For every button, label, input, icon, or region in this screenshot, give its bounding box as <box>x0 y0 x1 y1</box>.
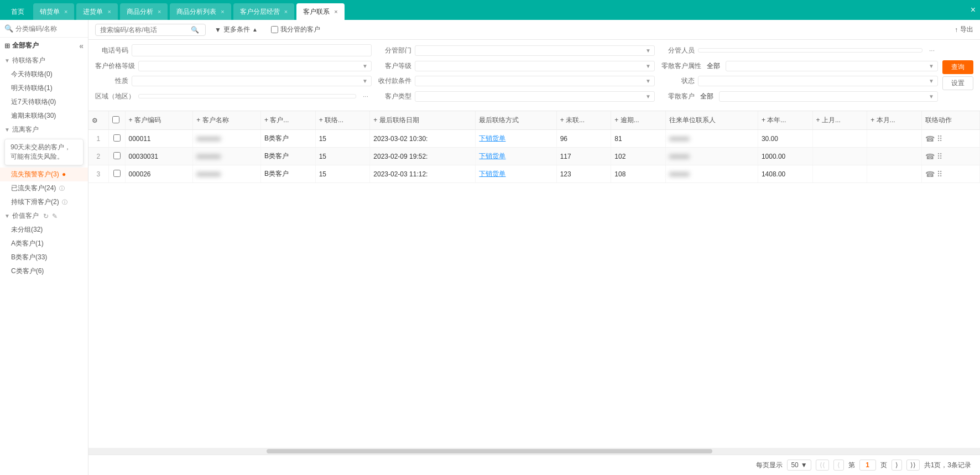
tab-goods-list-close[interactable]: × <box>221 8 224 15</box>
payment-select[interactable]: ▼ <box>415 76 655 86</box>
horizontal-scrollbar[interactable] <box>88 448 980 455</box>
next-page-btn[interactable]: ⟩ <box>892 460 902 471</box>
row-more-icon[interactable]: ⠿ <box>937 170 942 179</box>
price-tier-select[interactable]: ▼ <box>138 61 372 71</box>
tab-customer-tier-close[interactable]: × <box>284 8 288 15</box>
row-checkbox[interactable] <box>113 170 121 177</box>
more-conditions-btn[interactable]: ▼ 更多条件 ▲ <box>210 23 262 36</box>
tab-customer-contact-close[interactable]: × <box>334 8 337 15</box>
first-page-btn[interactable]: ⟨⟨ <box>816 460 829 471</box>
my-customers-toggle[interactable]: 我分管的客户 <box>267 23 325 36</box>
value-edit-icon[interactable]: ✎ <box>52 212 58 220</box>
sidebar-root[interactable]: ⊞ 全部客户 « <box>0 38 88 54</box>
sidebar-item-class-c[interactable]: C类客户(6) <box>0 264 88 278</box>
prev-page-btn[interactable]: ⟨ <box>833 460 844 471</box>
row-more-icon[interactable]: ⠿ <box>937 152 942 161</box>
row-checkbox-cell[interactable] <box>108 148 125 165</box>
last-page-btn[interactable]: ⟩⟩ <box>906 460 920 471</box>
value-refresh-icon[interactable]: ↻ <box>43 212 49 220</box>
settings-icon[interactable]: ⚙ <box>92 117 98 124</box>
tab-customer-contact[interactable]: 客户联系 × <box>296 3 344 20</box>
scrollbar-thumb[interactable] <box>267 449 712 453</box>
manager-more-btn[interactable]: ··· <box>926 45 938 56</box>
row-last-contact-method[interactable]: 下销货单 <box>476 148 556 165</box>
dept-select[interactable]: ▼ <box>415 45 655 56</box>
row-last-contact-method[interactable]: 下销货单 <box>476 165 556 183</box>
col-this-year[interactable]: + 本年... <box>758 111 812 130</box>
col-customer-type[interactable]: + 客户... <box>260 111 315 130</box>
row-contact-icon[interactable]: ☎ <box>925 134 935 143</box>
sidebar-item-tomorrow-pending[interactable]: 明天待联络(1) <box>0 81 88 95</box>
tab-sales[interactable]: 销货单 × <box>33 3 74 20</box>
region-select[interactable] <box>138 94 356 98</box>
sidebar-item-declining[interactable]: 持续下滑客户(2) ⓘ <box>0 195 88 209</box>
sidebar-item-churn-warning[interactable]: 流失预警客户(3) ● <box>0 168 88 181</box>
col-settings[interactable]: ⚙ <box>88 111 108 130</box>
my-customers-checkbox[interactable] <box>271 26 278 33</box>
status-select[interactable]: ▼ <box>698 76 938 86</box>
row-checkbox-cell[interactable] <box>108 165 125 183</box>
tab-goods-analysis-close[interactable]: × <box>158 8 161 15</box>
tab-customer-tier[interactable]: 客户分层经营 × <box>233 3 294 20</box>
customer-type-select[interactable]: ▼ <box>415 91 655 102</box>
row-checkbox[interactable] <box>113 134 121 142</box>
manager-select[interactable] <box>698 48 922 53</box>
sidebar-section-churn[interactable]: ▼ 流离客户 <box>0 123 88 137</box>
sidebar-item-class-b[interactable]: B类客户(33) <box>0 250 88 264</box>
settings-btn[interactable]: 设置 <box>942 76 973 90</box>
sidebar-item-class-a[interactable]: A类客户(1) <box>0 237 88 250</box>
tab-sales-close[interactable]: × <box>64 8 67 15</box>
col-contact[interactable]: + 联络... <box>315 111 370 130</box>
tab-purchase-close[interactable]: × <box>107 8 111 15</box>
retail-attr-select[interactable]: ▼ <box>726 61 938 71</box>
col-uncontacted[interactable]: + 未联... <box>556 111 611 130</box>
tab-goods-analysis[interactable]: 商品分析 × <box>120 3 168 20</box>
row-last-contact-method[interactable]: 下销货单 <box>476 130 556 148</box>
phone-input[interactable] <box>132 44 372 56</box>
sidebar-section-pending[interactable]: ▼ 待联络客户 <box>0 54 88 67</box>
col-overdue[interactable]: + 逾期... <box>611 111 666 130</box>
search-box[interactable]: 🔍 <box>95 24 206 36</box>
row-contact-icon[interactable]: ☎ <box>925 170 935 179</box>
nature-select[interactable]: ▼ <box>132 76 372 86</box>
sidebar-item-overdue-pending[interactable]: 逾期未联络(30) <box>0 109 88 123</box>
contact-method-link[interactable]: 下销货单 <box>479 134 505 142</box>
tab-customer-contact-label: 客户联系 <box>303 7 330 17</box>
sidebar-section-value[interactable]: ▼ 价值客户 ↻ ✎ <box>0 209 88 223</box>
sidebar-search-box[interactable]: 🔍 <box>0 20 88 38</box>
export-btn[interactable]: ↑ 导出 <box>955 25 973 34</box>
col-checkbox-header[interactable] <box>108 111 125 130</box>
query-btn[interactable]: 查询 <box>942 60 973 74</box>
col-customer-code[interactable]: + 客户编码 <box>125 111 193 130</box>
col-last-contact-method[interactable]: 最后联络方式 <box>476 111 556 130</box>
col-last-contact-date[interactable]: + 最后联络日期 <box>370 111 476 130</box>
page-number-input[interactable] <box>859 460 876 471</box>
contact-method-link[interactable]: 下销货单 <box>479 170 505 178</box>
sidebar-item-churned[interactable]: 已流失客户(24) ⓘ <box>0 181 88 195</box>
row-more-icon[interactable]: ⠿ <box>937 134 942 143</box>
col-last-month[interactable]: + 上月... <box>812 111 867 130</box>
sidebar-search-input[interactable] <box>15 25 88 33</box>
search-input[interactable] <box>100 26 189 34</box>
region-more-btn[interactable]: ··· <box>359 91 372 102</box>
col-unit-contact[interactable]: 往来单位联系人 <box>666 111 758 130</box>
tab-home[interactable]: 首页 <box>4 3 31 20</box>
col-this-month[interactable]: + 本月... <box>867 111 922 130</box>
contact-method-link[interactable]: 下销货单 <box>479 152 505 160</box>
row-contact-icon[interactable]: ☎ <box>925 152 935 161</box>
select-all-checkbox[interactable] <box>112 116 119 123</box>
tab-goods-list[interactable]: 商品分析列表 × <box>170 3 231 20</box>
sidebar-item-week-pending[interactable]: 近7天待联络(0) <box>0 95 88 109</box>
retail-customer-select[interactable]: ▼ <box>719 91 938 102</box>
tab-purchase[interactable]: 进货单 × <box>76 3 117 20</box>
page-size-select[interactable]: 50 ▼ <box>787 460 811 471</box>
row-checkbox-cell[interactable] <box>108 130 125 148</box>
sidebar-collapse-btn[interactable]: « <box>79 41 84 50</box>
col-action[interactable]: 联络动作 <box>921 111 979 130</box>
sidebar-item-today-pending[interactable]: 今天待联络(0) <box>0 67 88 81</box>
customer-tier-select[interactable]: ▼ <box>415 61 655 71</box>
sidebar-item-ungrouped[interactable]: 未分组(32) <box>0 223 88 237</box>
nav-close-all[interactable]: × <box>971 5 976 15</box>
row-checkbox[interactable] <box>113 152 121 159</box>
col-customer-name[interactable]: + 客户名称 <box>193 111 261 130</box>
